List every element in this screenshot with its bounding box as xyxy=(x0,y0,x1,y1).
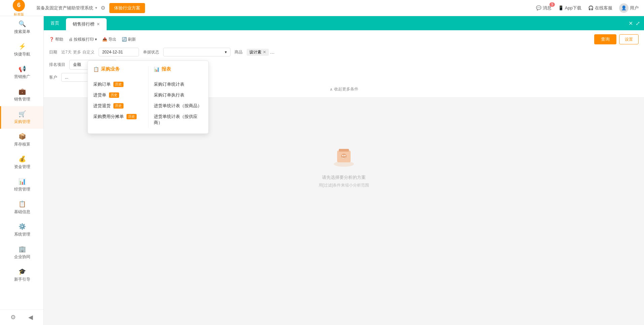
sidebar-label-search: 搜索菜单 xyxy=(14,29,30,35)
doc-status-select[interactable]: ▾ xyxy=(163,48,230,56)
goods-tag-close[interactable]: ✕ xyxy=(263,50,266,54)
notification-item[interactable]: 💬 9 消息 xyxy=(536,5,551,11)
app-download-item[interactable]: 📱 App下载 xyxy=(558,5,581,11)
sidebar-label-enterprise: 企业协同 xyxy=(14,254,30,260)
system-dropdown-arrow[interactable]: ▾ xyxy=(95,6,97,10)
history-badge-1: 历史 xyxy=(113,82,123,87)
sidebar-settings-btn[interactable]: ⚙ xyxy=(10,314,16,321)
marketing-icon: 📢 xyxy=(19,65,26,73)
top-right-area: 💬 9 消息 📱 App下载 🎧 在线客服 👤 用户 xyxy=(536,3,639,13)
sidebar-item-guide[interactable]: 🎓 新手引导 xyxy=(0,264,43,286)
system-icon: ⚙️ xyxy=(19,223,26,230)
menu-col-reports: 📊 报表 采购订单统计表 采购订单执行表 进货单统计表（按商品） xyxy=(154,66,203,128)
content-body: ❓ 帮助 🖨 按模板打印 ▾ 📤 导出 xyxy=(44,30,644,325)
menu-item-order-exec-label: 采购订单执行表 xyxy=(154,92,184,98)
svg-rect-2 xyxy=(339,149,349,152)
menu-col-separator xyxy=(148,66,148,128)
online-service-item[interactable]: 🎧 在线客服 xyxy=(588,5,612,11)
svg-point-4 xyxy=(342,155,344,156)
sidebar-item-inventory[interactable]: 📦 库存核算 xyxy=(0,129,43,151)
sidebar-item-search-menu[interactable]: 🔍 搜索菜单 xyxy=(0,16,43,39)
sidebar-label-inventory: 库存核算 xyxy=(14,141,30,147)
base-info-icon: 📋 xyxy=(19,200,26,208)
date-input[interactable]: 2024-12-31 xyxy=(99,48,139,56)
tab-close-btn[interactable]: ✕ xyxy=(629,20,633,27)
tab-close-icon[interactable]: ✕ xyxy=(97,22,100,27)
history-badge-3: 历史 xyxy=(113,103,123,109)
tab-home[interactable]: 首页 xyxy=(44,16,66,30)
empty-illustration xyxy=(327,142,361,169)
message-icon: 💬 xyxy=(536,5,541,10)
phone-icon: 📱 xyxy=(558,5,564,10)
empty-hint2: 用[过滤]条件来缩小分析范围 xyxy=(319,182,369,188)
print-btn[interactable]: 🖨 按模板打印 ▾ xyxy=(69,37,97,42)
refresh-btn[interactable]: 🔄 刷新 xyxy=(122,37,136,42)
industry-btn[interactable]: 体验行业方案 xyxy=(109,3,145,13)
help-btn[interactable]: ❓ 帮助 xyxy=(49,37,63,42)
enterprise-icon: 🏢 xyxy=(19,245,26,253)
export-btn[interactable]: 📤 导出 xyxy=(102,37,116,42)
reports-menu-icon: 📊 xyxy=(154,67,159,72)
sidebar-label-quick: 快捷导航 xyxy=(14,51,30,57)
sidebar-item-marketing[interactable]: 📢 营销推广 xyxy=(0,61,43,84)
guide-icon: 🎓 xyxy=(19,268,26,275)
app-download-label: App下载 xyxy=(565,5,581,11)
goods-dots[interactable]: ... xyxy=(270,49,275,55)
menu-item-purchase-return[interactable]: 进货退货 历史 xyxy=(93,100,143,111)
tab-sales-rank[interactable]: 销售排行榜 ✕ xyxy=(66,18,107,30)
tab-expand-btn[interactable]: ⤢ xyxy=(636,20,640,27)
help-icon: ❓ xyxy=(49,37,54,42)
menu-item-purchase-order[interactable]: 采购订单 历史 xyxy=(93,79,143,90)
sidebar-label-sales: 销售管理 xyxy=(14,96,30,102)
settings-icon[interactable]: ⚙ xyxy=(101,5,105,11)
sidebar-label-guide: 新手引导 xyxy=(14,277,30,282)
print-dropdown-icon: ▾ xyxy=(95,37,97,42)
headset-icon: 🎧 xyxy=(588,5,594,10)
sidebar-item-sales[interactable]: 💼 销售管理 xyxy=(0,84,43,106)
menu-item-receipt-stats-goods[interactable]: 进货单统计表（按商品） xyxy=(154,100,203,111)
sidebar-label-marketing: 营销推广 xyxy=(14,74,30,80)
operation-icon: 📊 xyxy=(19,178,26,185)
menu-item-purchase-receipt[interactable]: 进货单 历史 xyxy=(93,90,143,100)
sidebar-item-finance[interactable]: 💰 资金管理 xyxy=(0,151,43,174)
menu-item-return-label: 进货退货 xyxy=(93,103,111,109)
toolbar-row: ❓ 帮助 🖨 按模板打印 ▾ 📤 导出 xyxy=(49,34,639,44)
date-range-btns: 近7天 更多 自定义 xyxy=(61,49,95,55)
goods-tag-text: 设计素 xyxy=(249,49,261,55)
empty-hint1: 请先选择要分析的方案 xyxy=(322,174,366,180)
purchase-menu-title-text: 采购业务 xyxy=(101,66,120,72)
menu-item-purchase-expense[interactable]: 采购费用分摊单 历史 xyxy=(93,111,143,122)
print-icon: 🖨 xyxy=(69,37,73,42)
goods-filter: 设计素 ✕ ... xyxy=(247,49,275,56)
menu-item-order-exec[interactable]: 采购订单执行表 xyxy=(154,90,203,100)
goods-label: 商品 xyxy=(235,49,243,55)
content-area: 首页 销售排行榜 ✕ ✕ ⤢ xyxy=(44,16,644,325)
refresh-icon: 🔄 xyxy=(122,37,127,42)
doc-status-label: 单据状态 xyxy=(143,49,159,55)
sidebar-collapse-btn[interactable]: ◀ xyxy=(28,314,33,321)
menu-col-reports-title: 📊 报表 xyxy=(154,66,203,75)
inventory-icon: 📦 xyxy=(19,133,26,140)
date-quick-7days[interactable]: 近7天 xyxy=(61,49,72,55)
menu-item-receipt-label: 进货单 xyxy=(93,92,106,98)
sidebar-item-operation[interactable]: 📊 经营管理 xyxy=(0,174,43,196)
menu-item-order-stats[interactable]: 采购订单统计表 xyxy=(154,79,203,90)
sidebar-label-finance: 资金管理 xyxy=(14,164,30,170)
collapse-btn[interactable]: ∧ 收起更多条件 xyxy=(324,85,364,93)
query-btn[interactable]: 查询 xyxy=(594,34,616,44)
setting-btn[interactable]: 设置 xyxy=(619,34,639,44)
date-quick-custom[interactable]: 自定义 xyxy=(82,49,95,55)
sidebar-item-base-info[interactable]: 📋 基础信息 xyxy=(0,196,43,219)
finance-icon: 💰 xyxy=(19,155,26,163)
sidebar-item-quick-nav[interactable]: ⚡ 快捷导航 xyxy=(0,39,43,61)
menu-item-receipt-stats-supplier[interactable]: 进货单统计表（按供应商） xyxy=(154,111,203,128)
sidebar-item-purchase[interactable]: 🛒 采购管理 xyxy=(0,106,43,129)
user-item[interactable]: 👤 用户 xyxy=(619,3,639,13)
sidebar-item-system[interactable]: ⚙️ 系统管理 xyxy=(0,219,43,241)
date-quick-more[interactable]: 更多 xyxy=(73,49,81,55)
menu-columns: 📋 采购业务 采购订单 历史 进货单 历史 xyxy=(93,66,203,128)
menu-item-order-stats-label: 采购订单统计表 xyxy=(154,81,184,87)
toolbar-actions: ❓ 帮助 🖨 按模板打印 ▾ 📤 导出 xyxy=(49,37,136,42)
sidebar-bottom: ⚙ ◀ xyxy=(0,309,43,325)
sidebar-item-enterprise[interactable]: 🏢 企业协同 xyxy=(0,241,43,264)
